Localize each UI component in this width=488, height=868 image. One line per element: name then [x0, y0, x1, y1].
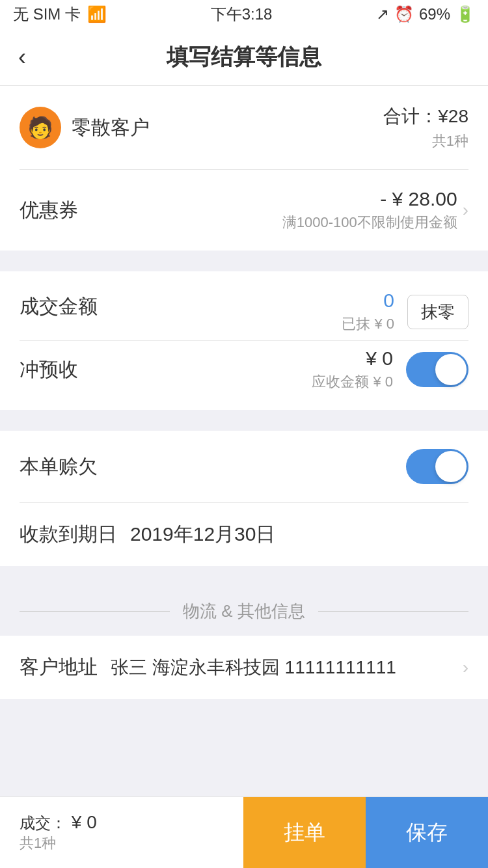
- debt-section: 本单赊欠 收款到期日 2019年12月30日: [0, 431, 488, 566]
- avatar-icon: 🧑: [27, 115, 53, 140]
- content: 🧑 零散客户 合计：¥28 共1种 优惠券 - ¥ 28.00 满1000-10…: [0, 86, 488, 868]
- status-time: 下午3:18: [211, 4, 273, 25]
- due-date-row: 收款到期日 2019年12月30日: [0, 503, 488, 566]
- debt-row: 本单赊欠: [0, 431, 488, 502]
- coupon-label: 优惠券: [20, 197, 78, 224]
- bottom-bar: 成交： ¥ 0 共1种 挂单 保存: [0, 796, 488, 868]
- total-amount: 合计：¥28: [383, 104, 468, 129]
- status-right: ↗ ⏰ 69% 🔋: [376, 5, 475, 23]
- address-row[interactable]: 客户地址 张三 海淀永丰科技园 11111111111 ›: [0, 636, 488, 699]
- address-section: 客户地址 张三 海淀永丰科技园 11111111111 ›: [0, 636, 488, 699]
- location-icon: ↗: [376, 5, 389, 23]
- avatar: 🧑: [20, 107, 61, 148]
- due-date-label: 收款到期日: [20, 521, 117, 548]
- section-divider-2: [0, 420, 488, 431]
- logistics-line-right: [318, 611, 468, 612]
- save-button[interactable]: 保存: [366, 797, 488, 868]
- deal-row: 成交金额 0 已抹 ¥ 0 抹零: [0, 271, 488, 340]
- prepay-amount: ¥ 0: [312, 347, 393, 370]
- deal-label: 成交金额: [20, 290, 98, 320]
- bottom-deal-label: 成交：: [20, 814, 66, 832]
- bottom-deal-count: 共1种: [20, 834, 224, 853]
- deal-value-wrap: 0 已抹 ¥ 0: [342, 290, 394, 334]
- hold-button[interactable]: 挂单: [243, 797, 366, 868]
- customer-name: 零散客户: [72, 115, 150, 141]
- coupon-right: - ¥ 28.00 满1000-100不限制使用金额 ›: [282, 188, 468, 232]
- customer-row: 🧑 零散客户 合计：¥28 共1种: [0, 86, 488, 169]
- deal-value: 0: [342, 290, 394, 312]
- back-button[interactable]: ‹: [18, 44, 26, 71]
- prepay-value-wrap: ¥ 0 应收金额 ¥ 0: [312, 347, 393, 392]
- coupon-row[interactable]: 优惠券 - ¥ 28.00 满1000-100不限制使用金额 ›: [0, 170, 488, 251]
- toggle-knob: [435, 354, 467, 385]
- round-button[interactable]: 抹零: [407, 295, 468, 329]
- logistics-line-left: [20, 611, 170, 612]
- section-divider-3: [0, 576, 488, 587]
- due-date-value: 2019年12月30日: [130, 521, 275, 548]
- logistics-label: 物流 & 其他信息: [183, 600, 305, 623]
- address-label: 客户地址: [20, 654, 98, 681]
- total-count: 共1种: [383, 131, 468, 151]
- coupon-chevron-icon: ›: [463, 200, 468, 221]
- prepay-label: 冲预收: [20, 357, 78, 383]
- prepay-toggle[interactable]: [406, 352, 468, 387]
- coupon-amount: - ¥ 28.00 满1000-100不限制使用金额: [282, 188, 457, 232]
- alarm-icon: ⏰: [394, 5, 414, 23]
- customer-total: 合计：¥28 共1种: [383, 104, 468, 151]
- coupon-value: - ¥ 28.00: [282, 188, 457, 210]
- battery-text: 69%: [419, 5, 450, 23]
- wifi-icon: 📶: [87, 5, 107, 23]
- debt-label: 本单赊欠: [20, 454, 98, 480]
- bottom-actions: 挂单 保存: [243, 797, 488, 868]
- prepay-row: 冲预收 ¥ 0 应收金额 ¥ 0: [0, 341, 488, 410]
- debt-toggle-knob: [435, 451, 467, 482]
- bottom-info: 成交： ¥ 0 共1种: [0, 812, 243, 853]
- address-value: 张三 海淀永丰科技园 11111111111: [111, 655, 463, 680]
- section-divider-1: [0, 261, 488, 271]
- customer-section: 🧑 零散客户 合计：¥28 共1种 优惠券 - ¥ 28.00 满1000-10…: [0, 86, 488, 251]
- prepay-receivable: 应收金额 ¥ 0: [312, 372, 393, 392]
- deal-section: 成交金额 0 已抹 ¥ 0 抹零 冲预收 ¥ 0 应收金额 ¥ 0: [0, 271, 488, 410]
- no-sim-text: 无 SIM 卡: [13, 4, 81, 25]
- bottom-deal-amount: ¥ 0: [72, 812, 97, 832]
- battery-icon: 🔋: [455, 5, 475, 23]
- deal-rounded: 已抹 ¥ 0: [342, 314, 394, 334]
- bottom-deal-row: 成交： ¥ 0: [20, 812, 224, 834]
- customer-left: 🧑 零散客户: [20, 107, 150, 148]
- address-chevron-icon: ›: [463, 657, 468, 678]
- status-left: 无 SIM 卡 📶: [13, 4, 107, 25]
- coupon-desc: 满1000-100不限制使用金额: [282, 213, 457, 232]
- page-title: 填写结算等信息: [167, 42, 321, 72]
- nav-bar: ‹ 填写结算等信息: [0, 29, 488, 86]
- prepay-right: ¥ 0 应收金额 ¥ 0: [312, 347, 468, 392]
- logistics-header: 物流 & 其他信息: [0, 587, 488, 636]
- status-bar: 无 SIM 卡 📶 下午3:18 ↗ ⏰ 69% 🔋: [0, 0, 488, 29]
- deal-right: 0 已抹 ¥ 0 抹零: [342, 290, 468, 334]
- debt-toggle[interactable]: [406, 449, 468, 484]
